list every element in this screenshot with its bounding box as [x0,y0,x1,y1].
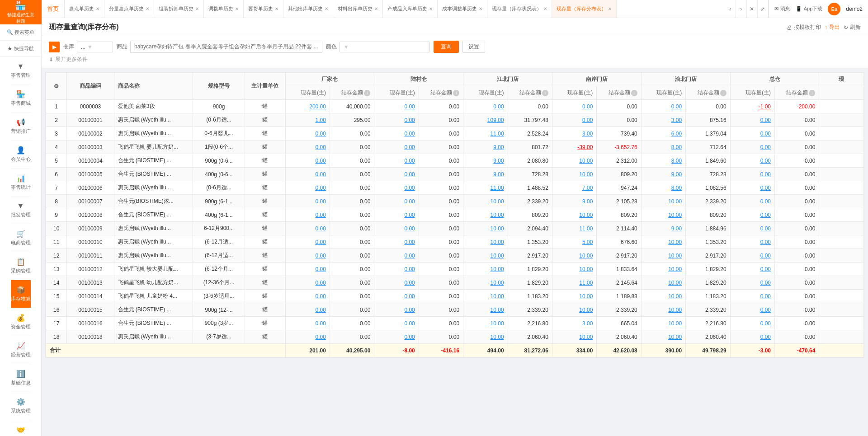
app-download-btn[interactable]: 📱 App下载 [796,5,823,12]
sidebar-search[interactable]: 🔍 搜索英单 [0,24,41,41]
tab-bundle-dismount[interactable]: 组装拆卸单历史✕ [154,0,204,18]
row-total-qty[interactable]: 0.00 [730,276,774,290]
gear-icon[interactable]: ⚙ [54,83,59,89]
sidebar-shortcut[interactable]: ★ 快捷导航 [0,41,41,57]
row-jiangbei-qty[interactable]: 11.00 [463,181,508,195]
row-lucun-qty[interactable]: 0.00 [374,154,419,168]
row-nanan-qty[interactable]: 10.00 [552,154,596,168]
row-jiangbei-qty[interactable]: 10.00 [463,263,508,276]
row-yubei-qty[interactable]: 10.00 [641,195,685,208]
row-changjia-qty[interactable]: 0.00 [285,235,330,249]
row-total-qty[interactable]: 0.00 [730,290,774,303]
row-nanan-qty[interactable]: 10.00 [552,263,596,276]
row-nanan-qty[interactable]: 3.00 [552,317,596,330]
tab-cost-adjust[interactable]: 成本调整单历史✕ [438,0,487,18]
sidebar-item-retail-shop[interactable]: 🏪零售商城 [11,84,31,113]
tab-expand-btn[interactable]: ⤢ [758,0,769,18]
refresh-btn[interactable]: ↻ 刷新 [844,23,861,31]
row-yubei-qty[interactable]: 10.00 [641,317,685,330]
row-total-qty[interactable]: 0.00 [730,127,774,141]
row-yubei-qty[interactable]: 10.00 [641,330,685,344]
row-lucun-qty[interactable]: 0.00 [374,263,419,276]
row-nanan-qty[interactable]: 10.00 [552,290,596,303]
row-nanan-qty[interactable]: 0.00 [552,113,596,127]
changjia-amt-info[interactable]: i [364,90,370,96]
tab-close-other-out[interactable]: ✕ [325,6,328,11]
row-yubei-qty[interactable]: 9.00 [641,168,685,181]
row-jiangbei-qty[interactable]: 9.00 [463,168,508,181]
sidebar-item-member-center[interactable]: 👤会员中心 [11,141,31,169]
tab-transfer-history[interactable]: 调拨单历史✕ [204,0,244,18]
tab-close-stocktake-history[interactable]: ✕ [96,6,99,11]
row-yubei-qty[interactable]: 10.00 [641,290,685,303]
goods-input[interactable]: babycare孕妇待产包 春季入院全套母子组合孕妇产后冬季月子用品 22件套 … [130,41,322,53]
row-nanan-qty[interactable]: 5.00 [552,235,596,249]
tab-close-material-out[interactable]: ✕ [374,6,378,11]
row-lucun-qty[interactable]: 0.00 [374,290,419,303]
row-changjia-qty[interactable]: 1.00 [285,113,330,127]
row-nanan-qty[interactable]: 9.00 [552,195,596,208]
row-total-qty[interactable]: 0.00 [730,317,774,330]
print-btn[interactable]: 🖨 按模板打印 [787,23,821,31]
row-total-qty[interactable]: 0.00 [730,330,774,344]
tab-other-out[interactable]: 其他出库单历史✕ [283,0,333,18]
row-changjia-qty[interactable]: 0.00 [285,208,330,222]
row-nanan-qty[interactable]: 10.00 [552,168,596,181]
row-yubei-qty[interactable]: 8.00 [641,141,685,154]
sidebar-item-marketing[interactable]: 📢营销推广 [11,113,31,141]
row-changjia-qty[interactable]: 0.00 [285,154,330,168]
row-total-qty[interactable]: 0.00 [730,195,774,208]
row-nanan-qty[interactable]: 10.00 [552,208,596,222]
row-jiangbei-qty[interactable]: 11.00 [463,127,508,141]
row-total-qty[interactable]: 0.00 [730,222,774,235]
row-nanan-qty[interactable]: 10.00 [552,249,596,263]
row-jiangbei-qty[interactable]: 10.00 [463,276,508,290]
row-changjia-qty[interactable]: 0.00 [285,127,330,141]
tab-close-cost-adjust[interactable]: ✕ [479,6,482,11]
row-lucun-qty[interactable]: 0.00 [374,113,419,127]
row-changjia-qty[interactable]: 0.00 [285,317,330,330]
row-jiangbei-qty[interactable]: 10.00 [463,303,508,317]
tab-product-in[interactable]: 产成品入库单历史✕ [383,0,438,18]
row-lucun-qty[interactable]: 0.00 [374,100,419,113]
row-jiangbei-qty[interactable]: 10.00 [463,222,508,235]
tab-close-demand-history[interactable]: ✕ [275,6,278,11]
row-changjia-qty[interactable]: 0.00 [285,195,330,208]
row-yubei-qty[interactable]: 6.00 [641,127,685,141]
row-total-qty[interactable]: 0.00 [730,181,774,195]
row-total-qty[interactable]: -1.00 [730,100,774,113]
row-changjia-qty[interactable]: 0.00 [285,168,330,181]
row-nanan-qty[interactable]: 10.00 [552,303,596,317]
row-lucun-qty[interactable]: 0.00 [374,317,419,330]
row-total-qty[interactable]: 0.00 [730,249,774,263]
sidebar-item-wholesale-mgmt[interactable]: ▼批发管理 [11,197,31,224]
row-total-qty[interactable]: 0.00 [730,208,774,222]
row-changjia-qty[interactable]: 0.00 [285,276,330,290]
row-jiangbei-qty[interactable]: 109.00 [463,113,508,127]
row-jiangbei-qty[interactable]: 10.00 [463,330,508,344]
row-changjia-qty[interactable]: 0.00 [285,263,330,276]
expand-conditions-btn[interactable]: ⬇ 展开更多条件 [49,56,861,63]
yubei-amt-info[interactable]: i [720,90,726,96]
tab-demand-history[interactable]: 要货单历史✕ [244,0,283,18]
jiangbei-amt-info[interactable]: i [542,90,548,96]
row-nanan-qty[interactable]: 0.00 [552,100,596,113]
row-lucun-qty[interactable]: 0.00 [374,330,419,344]
row-changjia-qty[interactable]: 0.00 [285,330,330,344]
row-nanan-qty[interactable]: 11.00 [552,222,596,235]
row-jiangbei-qty[interactable]: 9.00 [463,154,508,168]
message-btn[interactable]: ✉ 消息 [774,5,790,12]
row-yubei-qty[interactable]: 10.00 [641,249,685,263]
row-jiangbei-qty[interactable]: 10.00 [463,317,508,330]
tab-close-branch-stocktake[interactable]: ✕ [146,6,149,11]
row-total-qty[interactable]: 0.00 [730,154,774,168]
tab-stock-dist[interactable]: 现存量（库存分布表）✕ [552,0,617,18]
tab-close-stock-dist[interactable]: ✕ [608,6,612,11]
row-lucun-qty[interactable]: 0.00 [374,303,419,317]
row-yubei-qty[interactable]: 10.00 [641,263,685,276]
row-changjia-qty[interactable]: 0.00 [285,290,330,303]
row-yubei-qty[interactable]: 9.00 [641,222,685,235]
tab-stocktake-history[interactable]: 盘点单历史✕ [65,0,104,18]
tab-material-out[interactable]: 材料出库单历史✕ [333,0,383,18]
row-changjia-qty[interactable]: 0.00 [285,303,330,317]
